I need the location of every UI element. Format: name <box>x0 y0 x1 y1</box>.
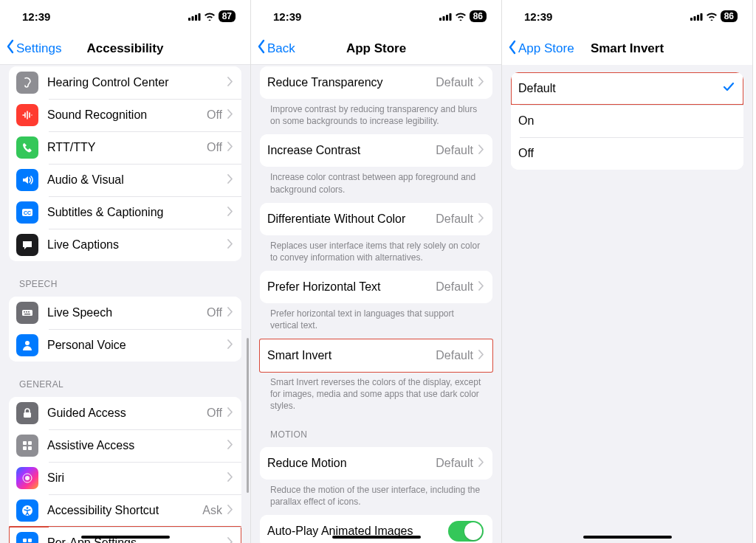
home-indicator[interactable] <box>583 536 672 539</box>
chevron-right-icon <box>227 439 233 452</box>
nav-bar: App Store Smart Invert <box>502 32 752 65</box>
footer-reduce-transparency: Improve contrast by reducing transparenc… <box>270 103 482 127</box>
option-off[interactable]: Off <box>511 137 743 170</box>
lock-icon <box>16 402 38 424</box>
row-rtt-tty[interactable]: RTT/TTY Off <box>9 131 241 164</box>
row-auto-play-animated-images[interactable]: Auto-Play Animated Images <box>260 515 492 543</box>
apps-icon <box>16 532 38 543</box>
phone-icon <box>16 136 38 159</box>
row-label: Accessibility Shortcut <box>47 504 202 517</box>
chevron-right-icon <box>227 173 233 187</box>
svg-rect-30 <box>693 16 695 21</box>
svg-rect-7 <box>24 311 25 313</box>
option-default[interactable]: Default <box>511 72 743 105</box>
row-personal-voice[interactable]: Personal Voice <box>9 329 241 362</box>
row-assistive-access[interactable]: Assistive Access <box>9 429 241 462</box>
row-live-speech[interactable]: Live Speech Off <box>9 297 241 329</box>
row-value: Off <box>207 108 222 122</box>
row-label: Increase Contrast <box>267 144 436 157</box>
svg-rect-26 <box>442 16 444 21</box>
speaker-icon <box>16 169 38 191</box>
row-audio-visual[interactable]: Audio & Visual <box>9 164 241 196</box>
row-sound-recognition[interactable]: Sound Recognition Off <box>9 99 241 131</box>
status-indicators: 86 <box>439 10 487 22</box>
svg-rect-3 <box>198 13 200 21</box>
chevron-right-icon <box>227 504 233 517</box>
back-button[interactable]: Back <box>257 32 295 64</box>
row-reduce-motion[interactable]: Reduce Motion Default <box>260 447 492 480</box>
svg-rect-16 <box>28 446 32 450</box>
row-per-app-settings[interactable]: Per-App Settings <box>9 527 241 543</box>
footer-increase-contrast: Increase color contrast between app fore… <box>270 171 482 195</box>
row-label: Personal Voice <box>47 339 227 352</box>
row-value: Default <box>436 457 473 470</box>
back-button[interactable]: Settings <box>6 32 61 64</box>
row-subtitles-captioning[interactable]: CC Subtitles & Captioning <box>9 196 241 229</box>
chevron-right-icon <box>478 76 484 89</box>
row-label: Differentiate Without Color <box>267 212 436 226</box>
svg-rect-10 <box>24 314 30 315</box>
svg-rect-29 <box>690 18 693 21</box>
cellular-icon <box>439 13 452 21</box>
row-label: Audio & Visual <box>47 173 227 187</box>
chevron-right-icon <box>227 471 233 485</box>
svg-rect-21 <box>23 539 27 542</box>
svg-rect-14 <box>28 441 32 445</box>
status-time: 12:39 <box>273 10 301 23</box>
row-value: Off <box>207 306 222 319</box>
svg-rect-27 <box>446 15 448 21</box>
chevron-right-icon <box>478 144 484 157</box>
row-guided-access[interactable]: Guided Access Off <box>9 397 241 429</box>
row-prefer-horizontal-text[interactable]: Prefer Horizontal Text Default <box>260 271 492 303</box>
option-on[interactable]: On <box>511 105 743 137</box>
row-reduce-transparency[interactable]: Reduce Transparency Default <box>260 66 492 99</box>
chevron-right-icon <box>227 536 233 543</box>
chevron-right-icon <box>227 141 233 154</box>
status-bar: 12:39 87 <box>0 0 250 32</box>
footer-prefer-horizontal-text: Prefer horizontal text in languages that… <box>270 308 482 331</box>
row-value: Off <box>207 407 222 420</box>
section-motion: MOTION <box>270 429 482 440</box>
chevron-right-icon <box>227 108 233 122</box>
back-label: Back <box>267 41 295 56</box>
chevron-right-icon <box>227 76 233 89</box>
svg-rect-6 <box>22 310 32 316</box>
row-value: Default <box>436 280 473 294</box>
row-value: Default <box>436 76 473 89</box>
row-label: Siri <box>47 471 227 485</box>
siri-icon <box>16 467 38 489</box>
chevron-left-icon <box>508 40 517 58</box>
svg-rect-32 <box>700 13 702 21</box>
toggle-switch[interactable] <box>448 521 484 542</box>
chevron-right-icon <box>478 280 484 294</box>
battery-badge: 86 <box>470 10 487 22</box>
battery-badge: 87 <box>219 10 236 22</box>
row-differentiate-without-color[interactable]: Differentiate Without Color Default <box>260 203 492 235</box>
status-indicators: 86 <box>690 10 738 22</box>
back-label: App Store <box>518 41 574 56</box>
checkmark-icon <box>723 82 735 95</box>
row-siri[interactable]: Siri <box>9 462 241 494</box>
row-label: Prefer Horizontal Text <box>267 280 436 294</box>
row-increase-contrast[interactable]: Increase Contrast Default <box>260 134 492 167</box>
row-accessibility-shortcut[interactable]: Accessibility Shortcut Ask <box>9 494 241 527</box>
settings-content: Reduce Transparency Default Improve cont… <box>251 65 501 543</box>
row-smart-invert[interactable]: Smart Invert Default <box>260 339 492 372</box>
row-label: Assistive Access <box>47 439 227 452</box>
home-indicator[interactable] <box>81 536 170 539</box>
back-button[interactable]: App Store <box>508 32 574 65</box>
footer-differentiate-without-color: Replaces user interface items that rely … <box>270 240 482 263</box>
wifi-icon <box>455 13 467 21</box>
row-label: Live Captions <box>47 238 227 252</box>
home-indicator[interactable] <box>332 536 421 539</box>
row-live-captions[interactable]: Live Captions <box>9 229 241 261</box>
row-value: Ask <box>202 504 222 517</box>
status-bar: 12:39 86 <box>502 0 752 32</box>
a11y-icon <box>16 499 38 522</box>
svg-text:CC: CC <box>24 210 31 215</box>
row-label: Guided Access <box>47 407 207 420</box>
row-hearing-control-center[interactable]: Hearing Control Center <box>9 66 241 99</box>
svg-rect-13 <box>23 441 27 445</box>
svg-rect-9 <box>28 311 30 313</box>
wifi-icon <box>706 13 718 21</box>
